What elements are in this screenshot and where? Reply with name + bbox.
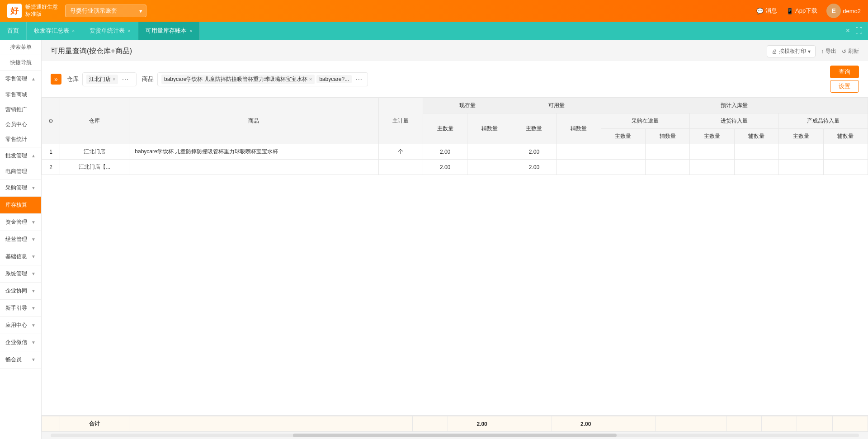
message-btn[interactable]: 💬 消息 <box>756 7 777 15</box>
summary-pp-aux <box>762 416 797 432</box>
cell-available-aux <box>557 160 601 175</box>
refresh-btn[interactable]: ↺ 刷新 <box>842 47 859 55</box>
th-available-main: 主数量 <box>512 113 556 144</box>
fullscreen-btn[interactable]: ⛶ <box>854 27 864 35</box>
cell-current-aux <box>467 160 512 175</box>
sidebar-item-marketing[interactable]: 营销推广 <box>0 102 41 117</box>
th-pt-main: 主数量 <box>601 129 645 144</box>
product-input[interactable]: babycare学饮杯 儿童防摔防撞吸管杯重力球吸嘴杯宝宝水杯 × babyca… <box>157 72 368 86</box>
th-available-aux: 辅数量 <box>557 113 601 144</box>
print-icon: 🖨 <box>772 48 777 55</box>
filter-actions: 查询 设置 <box>830 66 859 93</box>
th-settings[interactable]: ⚙ <box>42 98 60 144</box>
cell-current-aux <box>467 144 512 160</box>
th-incoming-stock: 预计入库量 <box>601 98 868 113</box>
sidebar-item-member-center[interactable]: 会员中心 <box>0 117 41 132</box>
sidebar-group-stock-header[interactable]: 库存核算 <box>0 197 41 213</box>
sidebar-group-retail-header[interactable]: 零售管理 ▲ <box>0 71 41 87</box>
settings-btn[interactable]: 设置 <box>830 80 859 93</box>
cell-product: babycare学饮杯 儿童防摔防撞吸管杯重力球吸嘴杯宝宝水杯 <box>129 144 378 160</box>
dropdown-icon: ▾ <box>808 48 811 55</box>
app-download-btn[interactable]: 📱 App下载 <box>786 7 817 15</box>
close-tab-available-stock[interactable]: × <box>189 28 192 33</box>
industry-selector[interactable]: 母婴行业演示账套 <box>65 5 146 17</box>
content-area: 可用量查询(按仓库+商品) 🖨 按模板打印 ▾ ↑ 导出 ↺ 刷新 » <box>42 40 868 439</box>
chevron-right-icon: ▼ <box>31 357 36 362</box>
refresh-icon: ↺ <box>842 48 846 55</box>
cell-available-main: 2.00 <box>512 144 556 160</box>
sidebar-group-wholesale-header[interactable]: 批发管理 ▲ <box>0 147 41 164</box>
scrollbar-track[interactable] <box>51 434 859 437</box>
close-tab-order-stats[interactable]: × <box>127 28 130 33</box>
chevron-down-icon: ▲ <box>31 153 36 158</box>
warehouse-input[interactable]: 江北门店 × ··· <box>82 72 137 86</box>
main-layout: 搜索菜单 快捷导航 零售管理 ▲ 零售商城 营销推广 会员中心 零售统计 批发管… <box>0 40 868 439</box>
query-btn[interactable]: 查询 <box>830 66 859 78</box>
tab-available-stock[interactable]: 可用量库存账本 × <box>138 22 200 40</box>
scrollbar-container <box>42 432 868 439</box>
th-prod-main: 主数量 <box>779 129 823 144</box>
summary-available-main: 2.00 <box>552 416 620 432</box>
user-menu[interactable]: E demo2 <box>826 4 861 18</box>
cell-warehouse: 江北门店 <box>60 144 129 160</box>
th-pp-aux: 辅数量 <box>734 129 778 144</box>
export-btn[interactable]: ↑ 导出 <box>821 47 836 55</box>
export-icon: ↑ <box>821 48 824 55</box>
logo: 好 畅捷通好生意 标准版 <box>7 4 58 18</box>
sidebar-group-purchase-header[interactable]: 采购管理 ▼ <box>0 179 41 196</box>
close-tab-recv-send[interactable]: × <box>72 28 75 33</box>
sidebar-group-wechat-header[interactable]: 企业微信 ▼ <box>0 334 41 351</box>
gear-icon[interactable]: ⚙ <box>48 118 53 124</box>
th-purchase-pending: 进货待入量 <box>690 113 779 129</box>
sidebar-group-appcenter: 应用中心 ▼ <box>0 317 41 334</box>
template-print-btn[interactable]: 🖨 按模板打印 ▾ <box>767 45 816 57</box>
sidebar-search[interactable]: 搜索菜单 <box>0 40 41 55</box>
sidebar-group-appcenter-header[interactable]: 应用中心 ▼ <box>0 317 41 334</box>
sidebar-quick-nav[interactable]: 快捷导航 <box>0 55 41 71</box>
cell-pp-main <box>690 160 734 175</box>
filter-expand-btn[interactable]: » <box>51 74 61 85</box>
sidebar-group-sys-header[interactable]: 系统管理 ▼ <box>0 265 41 282</box>
summary-empty-1 <box>42 416 60 432</box>
chevron-right-icon: ▼ <box>31 306 36 311</box>
sidebar-item-retail-stats[interactable]: 零售统计 <box>0 132 41 147</box>
remove-product-tag-1[interactable]: × <box>309 76 312 82</box>
tab-home[interactable]: 首页 <box>0 22 27 40</box>
sidebar-group-collab-header[interactable]: 企业协同 ▼ <box>0 283 41 299</box>
th-pp-main: 主数量 <box>690 129 734 144</box>
cell-pt-aux <box>645 160 689 175</box>
summary-available-aux <box>620 416 655 432</box>
sidebar-group-business-header[interactable]: 经营管理 ▼ <box>0 231 41 248</box>
table-container[interactable]: ⚙ 仓库 商品 主计量 现存量 可用量 预计入库量 主数量 辅数量 <box>42 98 868 415</box>
chevron-right-icon: ▼ <box>31 185 36 190</box>
sidebar-group-basic-header[interactable]: 基础信息 ▼ <box>0 248 41 265</box>
cell-prod-aux <box>823 144 868 160</box>
cell-pp-aux <box>734 160 778 175</box>
close-all-tabs-btn[interactable]: × <box>844 27 852 35</box>
th-current-aux: 辅数量 <box>467 113 512 144</box>
tab-recv-send[interactable]: 收发存汇总表 × <box>27 22 82 40</box>
nav-tabs-right: × ⛶ <box>844 22 868 40</box>
summary-table: 合计 2.00 2.00 <box>42 416 868 432</box>
product-more-btn[interactable]: ··· <box>354 75 364 84</box>
warehouse-more-btn[interactable]: ··· <box>120 75 130 84</box>
sidebar-group-guide-header[interactable]: 新手引导 ▼ <box>0 300 41 316</box>
tab-order-stats[interactable]: 要货单统计表 × <box>82 22 138 40</box>
sidebar-group-member-header[interactable]: 畅会员 ▼ <box>0 351 41 368</box>
chevron-right-icon: ▼ <box>31 288 36 293</box>
remove-warehouse-tag[interactable]: × <box>113 76 115 82</box>
summary-pt-aux <box>691 416 726 432</box>
sidebar-group-finance-header[interactable]: 资金管理 ▼ <box>0 214 41 231</box>
chevron-right-icon: ▼ <box>31 220 36 225</box>
cell-available-main: 2.00 <box>512 160 556 175</box>
sidebar-item-retail-shop[interactable]: 零售商城 <box>0 87 41 102</box>
page-header: 可用量查询(按仓库+商品) 🖨 按模板打印 ▾ ↑ 导出 ↺ 刷新 <box>42 40 868 61</box>
cell-available-aux <box>557 144 601 160</box>
warehouse-label: 仓库 <box>67 75 79 83</box>
sidebar-item-ecommerce[interactable]: 电商管理 <box>0 164 41 179</box>
scrollbar-thumb[interactable] <box>293 434 616 437</box>
cell-unit: 个 <box>378 144 423 160</box>
page-title: 可用量查询(按仓库+商品) <box>51 47 132 56</box>
chevron-right-icon: ▼ <box>31 323 36 328</box>
cell-pp-main <box>690 144 734 160</box>
